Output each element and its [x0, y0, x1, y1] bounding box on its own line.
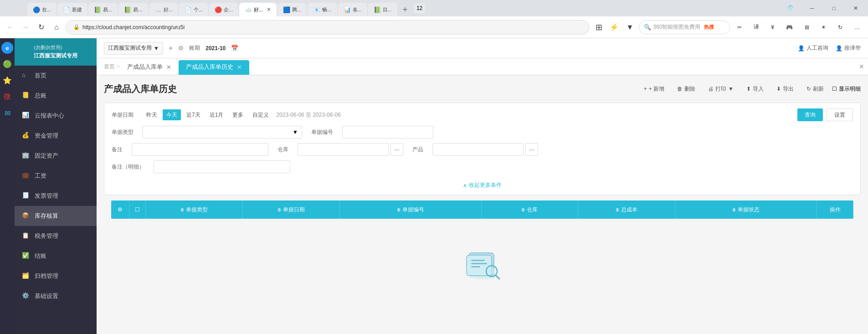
shortcut-today[interactable]: 今天 [163, 109, 181, 120]
shortcut-yesterday[interactable]: 昨天 [143, 109, 161, 120]
th-warehouse[interactable]: 仓库 [482, 200, 579, 219]
scissors-toolbar[interactable]: ✂ [733, 21, 746, 34]
tab-5[interactable]: ☁️ 好... [149, 3, 178, 16]
remark-input[interactable] [132, 143, 268, 156]
sidebar-item-settle[interactable]: ✅ 结账 [15, 246, 97, 266]
shortcut-7days[interactable]: 近7天 [183, 109, 204, 120]
content-tab-history-close[interactable]: ✕ [237, 64, 242, 71]
breadcrumb-home[interactable]: 首页 [104, 63, 115, 71]
sidebar-item-archive[interactable]: 🗂️ 归档管理 [15, 266, 97, 286]
doc-type-select[interactable]: ▼ [143, 126, 302, 139]
home-browser-button[interactable]: ⌂ [50, 21, 63, 34]
th-checkbox[interactable]: ☐ [129, 200, 146, 219]
calendar-icon[interactable]: 📅 [231, 45, 238, 51]
more-toolbar[interactable]: … [850, 21, 864, 34]
th-doc-no[interactable]: 单据编号 [340, 200, 482, 219]
th-doc-type[interactable]: 单据类型 [146, 200, 243, 219]
sidebar-item-tax[interactable]: 📋 税务管理 [15, 226, 97, 246]
tab-11[interactable]: 📊 各... [338, 3, 367, 16]
icon-sidebar-weibo[interactable]: 微 [1, 90, 14, 103]
icon-sidebar-tg[interactable]: 🟢 [1, 57, 14, 70]
th-doc-date[interactable]: 单据日期 [243, 200, 340, 219]
sidebar-item-ledger[interactable]: 📒 总账 [15, 86, 97, 106]
consultant-button[interactable]: 👤 人工咨询 [798, 44, 828, 52]
th-total-cost[interactable]: 总成本 [578, 200, 675, 219]
content-tab-list[interactable]: 产成品入库单 ✕ [120, 60, 179, 75]
th-gear[interactable]: ⚙ [111, 200, 129, 219]
sun-toolbar[interactable]: ☀ [817, 21, 831, 34]
add-company-button[interactable]: + [169, 44, 173, 52]
tab-4[interactable]: 📗 易... [118, 3, 148, 16]
grid-toolbar[interactable]: ⊞ [800, 21, 814, 34]
tab-10[interactable]: 📧 畅... [308, 3, 337, 16]
extensions-button[interactable]: ⊞ [592, 21, 605, 34]
collapse-button[interactable]: ∧ 收起更多条件 [112, 178, 853, 189]
tab-9[interactable]: 🟦 腾... [277, 3, 307, 16]
warehouse-input[interactable] [298, 143, 389, 156]
show-columns-label: 显示明细 [839, 85, 861, 93]
import-button[interactable]: ⬆ 导入 [742, 82, 768, 95]
tab-1[interactable]: 🔵 在... [27, 3, 56, 16]
sidebar-item-invoice[interactable]: 🧾 发票管理 [15, 186, 97, 206]
sidebar-item-report[interactable]: 📊 云报表中心 [15, 106, 97, 126]
close-panel-icon[interactable]: ✕ [859, 63, 864, 70]
company-select[interactable]: 江西服宝测试专用 ▼ [104, 42, 163, 55]
settings-btn[interactable]: 设置 [827, 108, 853, 121]
yuan-toolbar[interactable]: ¥ [766, 21, 779, 34]
delete-button[interactable]: 🗑 删除 [673, 82, 700, 95]
sidebar-item-inventory[interactable]: 📦 库存核算 [15, 206, 97, 226]
minimize-button[interactable]: ─ [801, 0, 822, 16]
query-button[interactable]: 查询 [797, 108, 823, 121]
sidebar-item-invoice-label: 发票管理 [35, 192, 58, 200]
shortcut-custom[interactable]: 自定义 [249, 109, 272, 120]
shortcut-1month[interactable]: 近1月 [206, 109, 227, 120]
back-button[interactable]: ← [4, 21, 16, 34]
doc-no-input[interactable] [342, 126, 433, 139]
refresh-browser-button[interactable]: ↻ [35, 21, 47, 34]
tab-6[interactable]: 📄 个... [179, 3, 208, 16]
sort-doc-type-icon [180, 208, 184, 212]
translate-toolbar[interactable]: 译 [749, 21, 764, 34]
settings-gear-button[interactable]: ⚙ [178, 45, 184, 51]
tab-8-close[interactable]: ✕ [267, 6, 271, 13]
tab-3[interactable]: 📗 易... [88, 3, 118, 16]
print-button[interactable]: 🖨 打印 ▼ [704, 82, 738, 95]
tab-7[interactable]: 🔴 企... [209, 3, 238, 16]
add-button[interactable]: + + 新增 [639, 82, 669, 95]
new-tab-button[interactable]: + [398, 3, 412, 16]
tab-12[interactable]: 📗 目... [368, 3, 397, 16]
content-tab-history[interactable]: 产成品入库单历史 ✕ [179, 60, 249, 75]
address-input-container[interactable]: 🔒 https://cloud.chanjet.com/accounting/u… [66, 20, 590, 35]
forward-button[interactable]: → [19, 21, 32, 34]
tab-2[interactable]: 📄 新建 [57, 3, 87, 16]
empty-state-icon [460, 246, 505, 283]
show-columns-button[interactable]: ☐ 显示明细 [832, 85, 861, 93]
detail-remark-input[interactable] [154, 160, 290, 173]
redo-toolbar[interactable]: ↻ [833, 21, 847, 34]
game-toolbar[interactable]: 🎮 [781, 21, 797, 34]
maximize-button[interactable]: □ [823, 0, 844, 16]
sidebar-item-payroll[interactable]: 💼 工资 [15, 166, 97, 186]
product-input[interactable] [432, 143, 524, 156]
th-doc-status[interactable]: 单据状态 [675, 200, 817, 219]
archive-icon: 🗂️ [22, 272, 30, 280]
content-tab-list-close[interactable]: ✕ [166, 64, 171, 71]
icon-sidebar-360[interactable]: e [1, 42, 13, 54]
sidebar-item-finance[interactable]: 💰 资金管理 [15, 126, 97, 146]
icon-sidebar-mail[interactable]: ✉ [1, 107, 14, 119]
tab-8[interactable]: ☁️ 好... ✕ [239, 3, 277, 16]
search-360-box[interactable]: 🔍 360智能抠图免费用 热搜 [639, 21, 730, 34]
close-button[interactable]: ✕ [845, 0, 866, 16]
shortcut-more[interactable]: 更多 [229, 109, 247, 120]
sidebar-item-assets[interactable]: 🏢 固定资产 [15, 146, 97, 166]
chevron-down-nav[interactable]: ▼ [623, 21, 636, 34]
lightning-button[interactable]: ⚡ [608, 21, 621, 34]
warehouse-ellipsis-button[interactable]: ··· [390, 143, 403, 156]
icon-sidebar-star[interactable]: ⭐ [1, 74, 14, 87]
refresh-button[interactable]: ↻ 刷新 [802, 82, 828, 95]
sidebar-item-home[interactable]: ⌂ 首页 [15, 66, 97, 86]
product-ellipsis-button[interactable]: ··· [525, 143, 538, 156]
sidebar-item-basic[interactable]: ⚙️ 基础设置 [15, 286, 97, 306]
export-button[interactable]: ⬇ 导出 [772, 82, 798, 95]
user-profile-button[interactable]: 👤 徐泽华 [836, 44, 861, 52]
